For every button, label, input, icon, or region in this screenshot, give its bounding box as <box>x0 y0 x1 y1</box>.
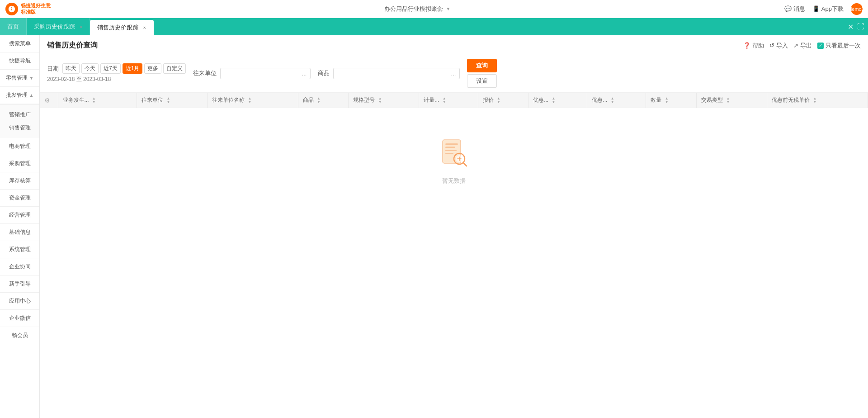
export-icon: ↗ <box>793 42 798 49</box>
purchase-history-tab-close[interactable]: × <box>80 24 82 29</box>
th-qty[interactable]: 数量 ▲▼ <box>646 93 697 108</box>
help-button[interactable]: ❓ 帮助 <box>743 42 764 50</box>
goods-input-dots[interactable]: ... <box>451 70 456 77</box>
sort-arrows-discount2: ▲▼ <box>611 97 614 104</box>
table-container: ⚙ 业务发生... ▲▼ 往来单位 ▲▼ 往来单位名称 ▲▼ <box>40 93 868 418</box>
wholesale-arrow-icon: ▲ <box>29 93 34 98</box>
empty-text: 暂无数据 <box>442 177 466 185</box>
partner-input-dots[interactable]: ... <box>302 70 307 77</box>
svg-line-7 <box>463 163 467 166</box>
sidebar-item-basic-info[interactable]: 基础信息 <box>0 224 39 241</box>
sort-arrows-discount1: ▲▼ <box>552 97 556 104</box>
date-btn-yesterday[interactable]: 昨天 <box>62 63 80 74</box>
sort-arrows-partner-code: ▲▼ <box>166 97 170 104</box>
th-spec[interactable]: 规格型号 ▲▼ <box>349 93 419 108</box>
th-trade-type[interactable]: 交易类型 ▲▼ <box>697 93 767 108</box>
sidebar-item-ecommerce[interactable]: 电商管理 <box>0 138 39 155</box>
sidebar-item-enterprise-wechat[interactable]: 企业微信 <box>0 310 39 327</box>
filter-bar: 日期 昨天 今天 近7天 近1月 更多 自定义 2023-02-18 至 202… <box>40 54 868 93</box>
svg-rect-1 <box>445 143 458 145</box>
sort-arrows-unit: ▲▼ <box>443 97 446 104</box>
sidebar-item-enterprise-collab[interactable]: 企业协同 <box>0 258 39 276</box>
date-btn-1month[interactable]: 近1月 <box>123 63 143 74</box>
th-partner-code[interactable]: 往来单位 ▲▼ <box>137 93 208 108</box>
th-gear[interactable]: ⚙ <box>40 93 58 108</box>
sidebar-item-inventory[interactable]: 库存核算 <box>0 172 39 190</box>
empty-state: 暂无数据 <box>40 108 868 212</box>
sidebar-item-member[interactable]: 畅会员 <box>0 327 39 344</box>
msg-button[interactable]: 💬 消息 <box>784 5 805 13</box>
date-buttons: 昨天 今天 近7天 近1月 更多 自定义 <box>62 63 186 74</box>
th-quote-price[interactable]: 报价 ▲▼ <box>478 93 528 108</box>
goods-filter: 商品 ... <box>318 68 460 79</box>
date-btn-more[interactable]: 更多 <box>144 63 161 74</box>
goods-input[interactable]: ... <box>333 68 460 79</box>
sidebar-item-operation[interactable]: 经营管理 <box>0 207 39 224</box>
tab-home[interactable]: 首页 <box>0 18 27 35</box>
page-header-actions: ❓ 帮助 ↺ 导入 ↗ 导出 只看最后一次 <box>743 42 861 50</box>
sidebar-item-retail-mgmt[interactable]: 零售管理 ▼ <box>0 70 39 87</box>
app-download-button[interactable]: 📱 App下载 <box>812 5 844 13</box>
logo-area: 畅捷通好生意 标准版 <box>5 3 51 15</box>
sidebar-item-system-mgmt[interactable]: 系统管理 <box>0 241 39 258</box>
sidebar-item-sales-mgmt[interactable]: 销售管理 <box>3 121 37 134</box>
th-discount1[interactable]: 优惠... ▲▼ <box>528 93 587 108</box>
settings-button[interactable]: 设置 <box>467 74 497 88</box>
th-goods[interactable]: 商品 ▲▼ <box>298 93 349 108</box>
data-table: ⚙ 业务发生... ▲▼ 往来单位 ▲▼ 往来单位名称 ▲▼ <box>40 93 868 108</box>
date-btn-custom[interactable]: 自定义 <box>163 63 186 74</box>
query-button[interactable]: 查询 <box>467 59 497 72</box>
app-dropdown-arrow[interactable]: ▼ <box>446 6 450 11</box>
sidebar-item-finance[interactable]: 资金管理 <box>0 190 39 207</box>
page-header: 销售历史价查询 ❓ 帮助 ↺ 导入 ↗ 导出 只看最后一次 <box>40 35 868 54</box>
partner-filter: 往来单位 ... <box>193 68 311 79</box>
tab-purchase-history[interactable]: 采购历史价跟踪 × <box>27 18 90 35</box>
partner-input-field[interactable] <box>224 70 302 77</box>
svg-rect-3 <box>445 150 457 151</box>
goods-input-field[interactable] <box>337 70 451 77</box>
gear-icon[interactable]: ⚙ <box>44 97 50 104</box>
th-unit[interactable]: 计量... ▲▼ <box>419 93 478 108</box>
sidebar-item-wholesale-mgmt[interactable]: 批发管理 ▲ <box>0 87 39 104</box>
th-pre-tax-price[interactable]: 优惠前无税单价 ▲▼ <box>767 93 868 108</box>
sort-arrows-pre-tax-price: ▲▼ <box>813 97 817 104</box>
top-bar: 畅捷通好生意 标准版 办公用品行业模拟账套 ▼ 💬 消息 📱 App下载 dem… <box>0 0 868 18</box>
sidebar: 搜索菜单 快捷导航 零售管理 ▼ 批发管理 ▲ 营销推广 销售管理 电商管理 采… <box>0 35 40 418</box>
th-discount2[interactable]: 优惠... ▲▼ <box>587 93 646 108</box>
phone-icon: 📱 <box>812 5 820 12</box>
sidebar-item-marketing[interactable]: 营销推广 <box>3 108 37 121</box>
tab-bar: 首页 采购历史价跟踪 × 销售历史价跟踪 × ✕ ⛶ <box>0 18 868 35</box>
export-button[interactable]: ↗ 导出 <box>793 42 812 50</box>
import-button[interactable]: ↺ 导入 <box>769 42 788 50</box>
partner-input[interactable]: ... <box>220 68 311 79</box>
th-biz-date[interactable]: 业务发生... ▲▼ <box>58 93 137 108</box>
user-avatar[interactable]: demo2 <box>851 3 863 15</box>
sidebar-item-app-center[interactable]: 应用中心 <box>0 293 39 310</box>
sidebar-item-purchase[interactable]: 采购管理 <box>0 155 39 172</box>
empty-illustration <box>436 135 472 171</box>
sidebar-item-shortcut[interactable]: 快捷导航 <box>0 52 39 70</box>
sidebar-item-guide[interactable]: 新手引导 <box>0 276 39 293</box>
date-filter: 日期 昨天 今天 近7天 近1月 更多 自定义 2023-02-18 至 202… <box>47 63 186 83</box>
svg-rect-4 <box>445 153 453 154</box>
retail-arrow-icon: ▼ <box>29 76 34 81</box>
table-header-row: ⚙ 业务发生... ▲▼ 往来单位 ▲▼ 往来单位名称 ▲▼ <box>40 93 868 108</box>
logo-text: 畅捷通好生意 标准版 <box>21 3 51 14</box>
sort-arrows-goods: ▲▼ <box>317 97 321 104</box>
app-name[interactable]: 办公用品行业模拟账套 ▼ <box>384 5 450 13</box>
import-icon: ↺ <box>769 42 774 49</box>
sidebar-item-search-menu[interactable]: 搜索菜单 <box>0 35 39 52</box>
logo-icon <box>5 3 18 15</box>
sort-arrows-quote-price: ▲▼ <box>497 97 500 104</box>
only-last-checkbox[interactable]: 只看最后一次 <box>817 42 861 50</box>
sales-history-tab-close[interactable]: × <box>143 25 146 30</box>
page-title: 销售历史价查询 <box>47 41 98 50</box>
goods-label: 商品 <box>318 69 330 77</box>
tab-close-btn[interactable]: ✕ <box>848 23 854 31</box>
date-btn-today[interactable]: 今天 <box>81 63 99 74</box>
tab-sales-history[interactable]: 销售历史价跟踪 × <box>90 20 153 35</box>
tab-maximize-btn[interactable]: ⛶ <box>857 23 864 31</box>
th-partner-name[interactable]: 往来单位名称 ▲▼ <box>208 93 298 108</box>
date-btn-7days[interactable]: 近7天 <box>100 63 121 74</box>
tab-spacer <box>154 18 844 35</box>
